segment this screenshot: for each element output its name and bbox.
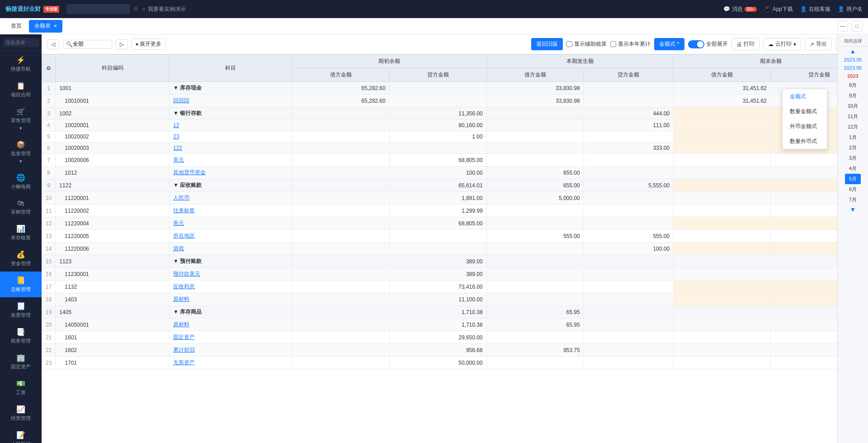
message-btn[interactable]: 💬 消息 99+ — [723, 5, 757, 13]
sidebar-item-purchase[interactable]: 🛍 采购管理 — [0, 195, 42, 220]
account-code-cell: 1602 — [56, 344, 170, 357]
sidebar-item-project[interactable]: 📋 项目合同 — [0, 77, 42, 103]
tab-close-icon[interactable]: ✕ — [53, 24, 57, 29]
current-debit-cell: 65.95 — [486, 306, 584, 319]
expand-more-btn[interactable]: ▾ 展开更多 — [132, 38, 165, 50]
ytd-checkbox-input[interactable] — [610, 41, 616, 47]
account-name-cell: 固定资产 — [169, 331, 292, 344]
export-btn[interactable]: ↗ 导出 — [805, 38, 832, 50]
period-month-9[interactable]: 5月 — [845, 174, 861, 184]
opening-credit-cell: 389.00 — [389, 268, 486, 281]
sidebar-item-fixed-assets[interactable]: 🏢 固定资产 — [0, 349, 42, 375]
th-settings[interactable]: ⚙ — [42, 55, 56, 82]
format-dropdown-btn[interactable]: 金额式 ^ — [654, 38, 684, 50]
current-debit-cell: 65.95 — [486, 319, 584, 331]
period-month-4[interactable]: 12月 — [845, 122, 861, 132]
tab-minimize-btn[interactable]: — — [837, 21, 848, 32]
period-year-next: 2023.05 — [843, 64, 863, 72]
dropdown-item-amount[interactable]: 金额式 — [783, 89, 827, 104]
expand-all-toggle[interactable]: 全部展开 — [688, 40, 728, 48]
period-panel: 期间选择 ▲ 2023.05 2023.05 20238月9月10月11月12月… — [837, 34, 868, 443]
period-month-1[interactable]: 9月 — [845, 91, 861, 101]
back-to-old-btn[interactable]: 退回旧版 — [531, 38, 563, 50]
search-icon: 🔍 — [66, 41, 73, 48]
account-search-input[interactable] — [73, 41, 109, 48]
current-credit-cell — [584, 255, 673, 268]
sidebar-item-general-ledger[interactable]: 📒 总账管理 — [0, 272, 42, 297]
account-code-cell: 1701 — [56, 357, 170, 369]
current-credit-cell — [584, 293, 673, 306]
sidebar-item-capital[interactable]: 💰 资金管理 — [0, 246, 42, 272]
period-month-0[interactable]: 8月 — [845, 80, 861, 91]
period-nav-up[interactable]: ▲ — [849, 47, 857, 56]
demo-link[interactable]: ○ 我要看实例演示 — [142, 5, 186, 13]
tab-home[interactable]: 首页 — [5, 20, 27, 33]
app-title: 畅捷通好业财 — [5, 5, 41, 13]
sidebar-item-sales[interactable]: 📝 小畅报销 — [0, 426, 42, 443]
tab-bar-controls: — □ — [837, 21, 863, 32]
closing-debit-cell — [674, 179, 771, 192]
content-area: ◁ 🔍 ▷ ▾ 展开更多 退回旧版 显示辅助核算 — [42, 34, 868, 443]
aux-checkbox-input[interactable] — [566, 41, 572, 47]
user-avatar[interactable]: 👤 用户名 — [838, 5, 863, 13]
dropdown-item-foreign-amount[interactable]: 外币金额式 — [783, 119, 827, 134]
operations-icon: 📈 — [16, 405, 25, 414]
tab-maximize-btn[interactable]: □ — [852, 21, 863, 32]
current-debit-cell — [486, 243, 584, 255]
row-num: 3 — [42, 107, 56, 120]
current-debit-cell — [486, 143, 584, 154]
opening-credit-cell — [389, 143, 486, 154]
sidebar-item-wholesale[interactable]: 📦 批发管理 ▾ — [0, 136, 42, 169]
account-code-cell: 14050001 — [56, 319, 170, 331]
settings-top-icon[interactable]: ⚙ — [133, 6, 138, 12]
sidebar-item-tax[interactable]: 📑 税务管理 — [0, 323, 42, 349]
period-nav-down[interactable]: ▼ — [849, 205, 857, 214]
current-debit-cell: 33,830.98 — [486, 95, 584, 107]
period-month-10[interactable]: 6月 — [845, 184, 861, 195]
account-name-cell: 累计折旧 — [169, 344, 292, 357]
account-name-cell: 原材料 — [169, 319, 292, 331]
account-code-cell: 1002 — [56, 107, 170, 120]
row-num: 8 — [42, 167, 56, 179]
show-aux-checkbox[interactable]: 显示辅助核算 — [566, 40, 607, 48]
sidebar-item-quick-nav[interactable]: ⚡ 快捷导航 — [0, 51, 42, 77]
sidebar-item-inventory[interactable]: 📊 库存核算 — [0, 220, 42, 246]
account-code-cell: 10020006 — [56, 154, 170, 167]
row-num: 16 — [42, 268, 56, 281]
print-btn[interactable]: 🖨 打印 — [731, 38, 760, 50]
sidebar-item-operations[interactable]: 📈 经营管理 — [0, 400, 42, 426]
online-service-btn[interactable]: 👤 在线客服 — [800, 5, 830, 13]
account-search-box[interactable]: 🔍 — [63, 40, 112, 49]
back-nav-btn[interactable]: ◁ — [47, 39, 59, 49]
cloud-print-btn[interactable]: ☁ 云打印 ▾ — [763, 38, 801, 50]
th-current-group: 本期发生额 — [486, 55, 673, 68]
sidebar-item-ecommerce[interactable]: 🌐 小畅电商 — [0, 169, 42, 195]
opening-debit-cell — [292, 230, 389, 243]
period-month-2[interactable]: 10月 — [845, 101, 861, 111]
app-download-btn[interactable]: 📱 App下载 — [764, 5, 793, 13]
period-month-5[interactable]: 1月 — [845, 132, 861, 143]
search-input[interactable] — [3, 38, 39, 47]
period-month-6[interactable]: 2月 — [845, 143, 861, 153]
sidebar-search-box[interactable] — [0, 34, 42, 51]
show-ytd-checkbox[interactable]: 显示本年累计 — [610, 40, 651, 48]
opening-credit-cell — [389, 230, 486, 243]
period-month-11[interactable]: 7月 — [845, 195, 861, 205]
current-credit-cell — [584, 319, 673, 331]
tab-balance[interactable]: 余额表 ✕ — [29, 20, 62, 33]
period-month-7[interactable]: 3月 — [845, 153, 861, 163]
row-num: 1 — [42, 82, 56, 95]
period-month-8[interactable]: 4月 — [845, 163, 861, 174]
dropdown-item-qty-amount[interactable]: 数量金额式 — [783, 104, 827, 119]
opening-credit-cell — [389, 95, 486, 107]
opening-credit-cell — [389, 243, 486, 255]
forward-nav-btn[interactable]: ▷ — [116, 39, 128, 49]
sidebar-item-salary[interactable]: 💵 工资 — [0, 375, 42, 400]
opening-debit-cell — [292, 243, 389, 255]
opening-credit-cell: 1.00 — [389, 131, 486, 143]
account-name-cell: ▼ 银行存款 — [169, 107, 292, 120]
sidebar-item-retail[interactable]: 🛒 零售管理 ▾ — [0, 103, 42, 136]
dropdown-item-qty-foreign[interactable]: 数量外币式 — [783, 134, 827, 149]
sidebar-item-invoice[interactable]: 🧾 发票管理 — [0, 297, 42, 323]
period-month-3[interactable]: 11月 — [845, 111, 861, 122]
